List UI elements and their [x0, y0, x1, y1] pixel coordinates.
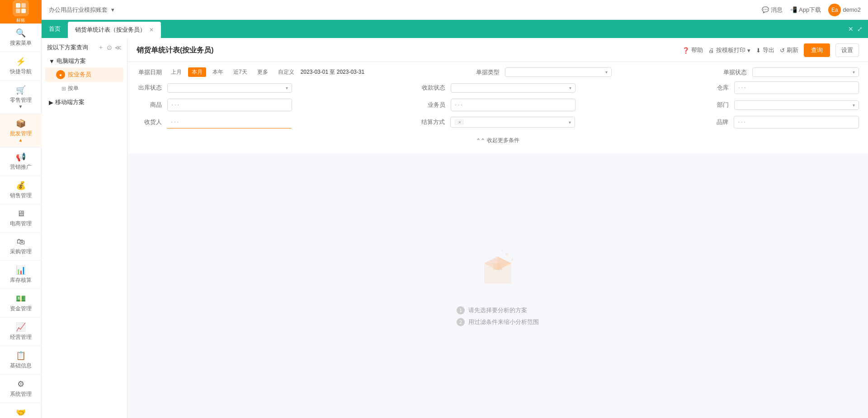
collapse-row: ⌃⌃ 收起更多条件	[137, 133, 859, 148]
settings-btn[interactable]: 设置	[835, 43, 859, 57]
add-scheme-btn[interactable]: ＋	[98, 43, 104, 52]
svg-rect-2	[16, 9, 20, 13]
settlement-tag-close[interactable]: ×	[458, 119, 461, 125]
sidebar-shortcut[interactable]: ⚡ 快捷导航	[0, 52, 42, 81]
tab-home[interactable]: 首页	[42, 20, 68, 38]
doc-type-select[interactable]: ▾	[505, 67, 612, 77]
tab-close-icon[interactable]: ✕	[149, 27, 154, 33]
tree-grandchild-by-order[interactable]: ⊞ 按单	[45, 82, 123, 95]
message-btn[interactable]: 💬 消息	[762, 6, 783, 14]
filter-section: 单据日期 上月 本月 本年 近7天 更多 自定义 2023-03-01 至 20…	[127, 62, 868, 153]
user-menu[interactable]: Ea demo2	[828, 4, 861, 16]
help-btn[interactable]: ❓ 帮助	[682, 46, 703, 54]
payment-status-select[interactable]: ▾	[451, 83, 576, 93]
tab-sales-stat[interactable]: 销货单统计表（按业务员） ✕	[68, 22, 161, 38]
date-btn-7days[interactable]: 近7天	[230, 67, 251, 77]
settlement-tag: ×	[454, 119, 464, 125]
tree-expand-icon: ▼	[49, 58, 55, 65]
sidebar-item-sales[interactable]: 💰 销售管理	[0, 176, 42, 204]
tip-num-2: 2	[457, 318, 465, 326]
date-btn-last-month[interactable]: 上月	[167, 67, 185, 77]
date-label: 单据日期	[137, 68, 162, 76]
sidebar-item-operations[interactable]: 📈 经营管理	[0, 318, 42, 346]
tree-expand-icon2: ▶	[49, 99, 53, 106]
filter-row-3: 商品 ··· 业务员 ··· 部门 ▾	[137, 99, 859, 111]
sidebar-item-marketing[interactable]: 📢 营销推广	[0, 147, 42, 176]
logo-text: 标账	[16, 17, 25, 24]
search-icon: 🔍	[16, 28, 26, 38]
sidebar-item-wholesale[interactable]: 📦 批发管理 ▲	[0, 114, 42, 147]
tip-num-1: 1	[457, 306, 465, 314]
tree-child-by-salesman[interactable]: ● 按业务员	[45, 67, 123, 82]
refresh-btn[interactable]: ↺ 刷新	[780, 46, 798, 54]
date-btn-more[interactable]: 更多	[254, 67, 272, 77]
edit-scheme-btn[interactable]: ⊙	[107, 44, 112, 51]
sidebar-item-retail[interactable]: 🛒 零售管理 ▼	[0, 81, 42, 114]
close-window-btn[interactable]: ✕	[848, 25, 854, 33]
sidebar-item-finance[interactable]: 💵 资金管理	[0, 289, 42, 318]
breadcrumb: 办公用品行业模拟账套 ▾	[49, 6, 114, 14]
out-status-label: 出库状态	[137, 84, 162, 92]
sidebar-item-inventory[interactable]: 📊 库存核算	[0, 261, 42, 289]
date-selector: 上月 本月 本年 近7天 更多 自定义 2023-03-01 至 2023-03…	[167, 67, 364, 77]
sidebar-item-basic[interactable]: 📋 基础信息	[0, 346, 42, 375]
right-panel: 销货单统计表(按业务员) ❓ 帮助 🖨 按模板打印 ▾ ⬇	[127, 38, 868, 418]
goods-input[interactable]: ···	[167, 99, 292, 111]
page-title-row: 销货单统计表(按业务员) ❓ 帮助 🖨 按模板打印 ▾ ⬇	[137, 43, 859, 62]
brand-input[interactable]: ···	[734, 116, 859, 128]
maximize-window-btn[interactable]: ⤢	[857, 25, 863, 33]
window-controls: ✕ ⤢	[848, 25, 868, 33]
warehouse-label: 仓库	[703, 84, 729, 92]
filter-row-1: 单据日期 上月 本月 本年 近7天 更多 自定义 2023-03-01 至 20…	[137, 67, 859, 77]
date-btn-custom[interactable]: 自定义	[274, 67, 298, 77]
avatar: Ea	[828, 4, 841, 16]
sidebar-search[interactable]: 🔍 搜索菜单	[0, 24, 42, 52]
sidebar-item-ecommerce[interactable]: 🖥 电商管理	[0, 204, 42, 233]
tree-parent-pc[interactable]: ▼ 电脑端方案	[45, 55, 123, 67]
export-btn[interactable]: ⬇ 导出	[756, 46, 774, 54]
settlement-select[interactable]: × ▾	[450, 117, 576, 128]
payment-status-label: 收款状态	[420, 84, 445, 92]
doc-status-select[interactable]: ▾	[752, 67, 859, 77]
print-dropdown-icon: ▾	[747, 47, 750, 54]
left-panel: 按以下方案查询 ＋ ⊙ ≪ ▼ 电脑端方案 ● 按业务员 ⊞ 按	[42, 38, 127, 418]
doc-type-label: 单据类型	[474, 68, 500, 76]
svg-point-9	[505, 253, 508, 256]
doc-type-arrow: ▾	[605, 70, 608, 75]
app-download-btn[interactable]: 📲 App下载	[790, 6, 821, 14]
operations-icon: 📈	[16, 322, 26, 332]
sidebar-item-system[interactable]: ⚙ 系统管理	[0, 375, 42, 403]
panel-actions: ＋ ⊙ ≪	[98, 43, 122, 52]
empty-tip-2: 2 用过滤条件来缩小分析范围	[457, 318, 539, 326]
logo-icon	[13, 0, 29, 16]
salesman-scheme-icon: ●	[56, 70, 65, 79]
dept-arrow: ▾	[853, 103, 855, 108]
page-actions: ❓ 帮助 🖨 按模板打印 ▾ ⬇ 导出 ↺	[682, 43, 859, 57]
out-status-arrow: ▾	[286, 86, 288, 90]
tree-parent-mobile[interactable]: ▶ 移动端方案	[45, 96, 123, 108]
recipient-input[interactable]: ···	[167, 116, 292, 128]
warehouse-input[interactable]: ···	[734, 81, 859, 94]
template-print-btn[interactable]: 🖨 按模板打印 ▾	[708, 46, 750, 54]
dept-select[interactable]: ▾	[734, 100, 859, 110]
sidebar-item-enterprise[interactable]: 🤝 企业协同	[0, 403, 42, 418]
purchase-icon: 🛍	[17, 237, 25, 247]
dept-label: 部门	[703, 101, 729, 109]
panel-header: 按以下方案查询 ＋ ⊙ ≪	[42, 43, 127, 55]
empty-tip-1: 1 请先选择要分析的方案	[457, 306, 539, 314]
date-btn-this-month[interactable]: 本月	[188, 67, 206, 77]
collapse-panel-btn[interactable]: ≪	[115, 44, 122, 51]
inventory-icon: 📊	[16, 265, 26, 275]
empty-tips: 1 请先选择要分析的方案 2 用过滤条件来缩小分析范围	[457, 306, 539, 326]
salesman-input[interactable]: ···	[451, 99, 576, 111]
collapse-btn[interactable]: ⌃⌃ 收起更多条件	[476, 137, 519, 144]
query-btn[interactable]: 查询	[804, 43, 830, 57]
header-right: 💬 消息 📲 App下载 Ea demo2	[762, 4, 861, 16]
salesman-label: 业务员	[420, 101, 445, 109]
date-btn-this-year[interactable]: 本年	[209, 67, 227, 77]
sidebar-item-purchase[interactable]: 🛍 采购管理	[0, 233, 42, 261]
breadcrumb-dropdown-icon[interactable]: ▾	[111, 6, 114, 13]
system-icon: ⚙	[17, 379, 24, 389]
out-status-select[interactable]: ▾	[167, 83, 292, 93]
svg-rect-1	[21, 3, 26, 8]
